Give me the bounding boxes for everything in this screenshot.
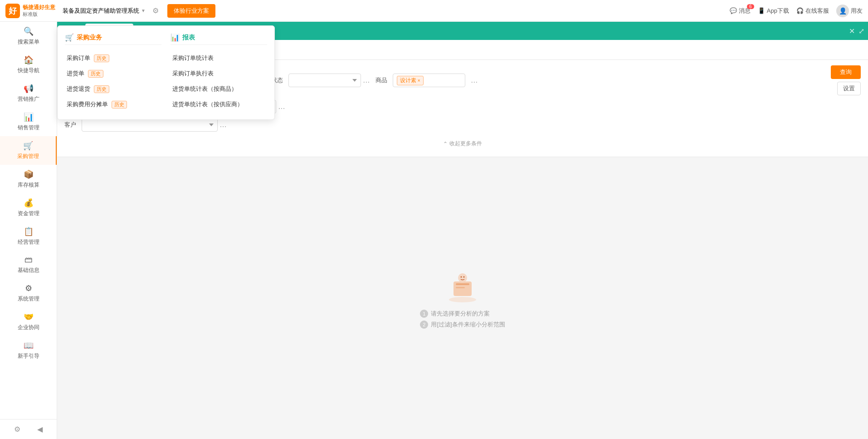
dropdown-goods-receipt-label: 进货单 xyxy=(67,69,84,78)
money-icon: 💰 xyxy=(24,198,34,208)
sidebar-item-basic-info[interactable]: 🗃 基础信息 xyxy=(0,251,57,279)
dropdown-purchase-order[interactable]: 采购订单 历史 xyxy=(65,50,161,66)
order-status-select-wrap: … xyxy=(288,74,370,87)
dropdown-report-1-label: 采购订单统计表 xyxy=(172,54,214,62)
sidebar-settings-button[interactable]: ⚙ xyxy=(14,425,20,434)
dropdown-report-3[interactable]: 进货单统计表（按商品） xyxy=(171,81,267,97)
box-icon: 📦 xyxy=(24,169,34,179)
dropdown-report-2[interactable]: 采购订单执行表 xyxy=(171,66,267,81)
gear-button[interactable]: ⚙ xyxy=(149,5,162,17)
cart-icon: 🛒 xyxy=(23,141,33,151)
purchase-col-label: 采购业务 xyxy=(77,34,102,42)
dropdown-report-4[interactable]: 进货单统计表（按供应商） xyxy=(171,97,267,112)
sidebar-item-search[interactable]: 🔍 搜索菜单 xyxy=(0,22,57,50)
sidebar-item-label-marketing: 营销推广 xyxy=(18,95,39,103)
sidebar-item-navigation[interactable]: 🏠 快捷导航 xyxy=(0,50,57,79)
sidebar-item-label-coop: 企业协同 xyxy=(18,324,39,331)
order-status-ellipsis[interactable]: … xyxy=(363,76,370,84)
sidebar-item-label-finance: 资金管理 xyxy=(18,210,39,217)
sidebar-item-inventory[interactable]: 📦 库存核算 xyxy=(0,165,57,193)
goods-tag-close[interactable]: × xyxy=(418,78,420,83)
customer-ellipsis[interactable]: … xyxy=(219,121,227,129)
collapse-button[interactable]: ⌃ 收起更多条件 xyxy=(443,140,482,148)
collapse-row[interactable]: ⌃ 收起更多条件 xyxy=(64,136,861,151)
dropdown-goods-receipt[interactable]: 进货单 历史 xyxy=(65,66,161,81)
dropdown-report-3-label: 进货单统计表（按商品） xyxy=(172,85,237,93)
app-container: 好 畅捷通好生意 标准版 装备及固定资产辅助管理系统 ▼ ⚙ 体验行业方案 💬 … xyxy=(0,0,868,439)
query-button[interactable]: 查询 xyxy=(831,65,861,79)
user-menu-button[interactable]: 👤 用友 xyxy=(836,5,863,17)
sidebar-item-purchase[interactable]: 🛒 采购管理 xyxy=(0,136,57,165)
experience-button[interactable]: 体验行业方案 xyxy=(167,4,215,18)
chart-icon: 📊 xyxy=(24,112,34,122)
dropdown-purchase-order-label: 采购订单 xyxy=(67,54,90,62)
top-bar: 好 畅捷通好生意 标准版 装备及固定资产辅助管理系统 ▼ ⚙ 体验行业方案 💬 … xyxy=(0,0,868,22)
database-icon: 🗃 xyxy=(24,255,33,265)
avatar: 👤 xyxy=(836,5,849,17)
setting-button[interactable]: 设置 xyxy=(837,82,861,95)
purchase-col: 🛒 采购业务 采购订单 历史 进货单 历史 进货退货 历史 采购费用分摊单 历史 xyxy=(65,33,161,112)
app-download-button[interactable]: 📱 App下载 xyxy=(758,7,789,15)
brand-name: 畅捷通好生意 xyxy=(23,4,55,11)
logo-text: 畅捷通好生意 标准版 xyxy=(23,4,55,18)
sidebar-bottom: ⚙ ◀ xyxy=(0,419,57,439)
report-col: 📊 报表 采购订单统计表 采购订单执行表 进货单统计表（按商品） 进货单统计表（… xyxy=(171,33,267,112)
sidebar-item-label-ops: 经营管理 xyxy=(18,238,39,246)
sidebar-item-label-inventory: 库存核算 xyxy=(18,181,39,189)
sidebar-item-label-nav: 快捷导航 xyxy=(18,67,39,74)
sidebar-item-cooperation[interactable]: 🤝 企业协同 xyxy=(0,307,57,336)
dropdown-goods-return-label: 进货退货 xyxy=(67,85,90,93)
salesperson-ellipsis[interactable]: … xyxy=(278,103,285,111)
history-badge-0: 历史 xyxy=(94,54,109,62)
book-icon: 📖 xyxy=(24,340,34,350)
sidebar-item-finance[interactable]: 💰 资金管理 xyxy=(0,193,57,222)
purchase-dropdown-menu: 🛒 采购业务 采购订单 历史 进货单 历史 进货退货 历史 采购费用分摊单 历史 xyxy=(57,25,275,120)
message-button[interactable]: 💬 消息 6 xyxy=(730,7,751,15)
logo-area: 好 畅捷通好生意 标准版 xyxy=(5,4,55,18)
tab-close-button[interactable]: ✕ xyxy=(849,27,855,35)
sidebar-item-label-purchase: 采购管理 xyxy=(17,153,39,160)
system-dropdown[interactable]: 装备及固定资产辅助管理系统 ▼ xyxy=(63,7,146,15)
headset-icon: 🎧 xyxy=(796,7,804,14)
report-col-title: 📊 报表 xyxy=(171,33,267,45)
tab-actions: ✕ ⤢ xyxy=(849,27,864,35)
sidebar-item-marketing[interactable]: 📢 营销推广 xyxy=(0,79,57,108)
svg-point-6 xyxy=(463,276,465,277)
dropdown-report-1[interactable]: 采购订单统计表 xyxy=(171,50,267,66)
app-download-label: App下载 xyxy=(767,7,789,15)
svg-rect-3 xyxy=(456,287,465,288)
report-col-icon: 📊 xyxy=(171,33,180,42)
dropdown-goods-return[interactable]: 进货退货 历史 xyxy=(65,81,161,97)
svg-rect-2 xyxy=(456,283,469,285)
collapse-label: 收起更多条件 xyxy=(449,140,482,148)
user-label: 用友 xyxy=(851,7,863,15)
sidebar-item-label-system: 系统管理 xyxy=(18,295,39,303)
purchase-col-title: 🛒 采购业务 xyxy=(65,33,161,45)
goods-label: 商品 xyxy=(375,76,387,84)
online-service-button[interactable]: 🎧 在线客服 xyxy=(796,7,829,15)
brand-edition: 标准版 xyxy=(23,11,55,17)
customer-select[interactable] xyxy=(82,118,218,132)
customer-label: 客户 xyxy=(64,121,76,129)
sidebar-item-system[interactable]: ⚙ 系统管理 xyxy=(0,279,57,307)
megaphone-icon: 📢 xyxy=(24,84,34,94)
sidebar-item-sales[interactable]: 📊 销售管理 xyxy=(0,108,57,136)
goods-tag-input[interactable]: 设计素 × xyxy=(393,74,465,87)
dropdown-purchase-expense[interactable]: 采购费用分摊单 历史 xyxy=(65,97,161,112)
sidebar-item-operations[interactable]: 📋 经营管理 xyxy=(0,222,57,251)
svg-point-5 xyxy=(461,276,462,277)
empty-tips: 1 请先选择要分析的方案 2 用[过滤]条件来缩小分析范围 xyxy=(420,310,505,329)
report-col-label: 报表 xyxy=(182,34,195,42)
search-icon: 🔍 xyxy=(24,26,34,36)
empty-tip-1: 1 请先选择要分析的方案 xyxy=(420,310,505,318)
sidebar-collapse-button[interactable]: ◀ xyxy=(37,425,43,434)
dropdown-report-2-label: 采购订单执行表 xyxy=(172,69,214,78)
sidebar-item-guide[interactable]: 📖 新手引导 xyxy=(0,336,57,365)
top-right-actions: 💬 消息 6 📱 App下载 🎧 在线客服 👤 用友 xyxy=(730,5,863,17)
handshake-icon: 🤝 xyxy=(24,312,34,322)
tab-expand-button[interactable]: ⤢ xyxy=(858,27,864,35)
order-status-select[interactable] xyxy=(288,74,361,87)
svg-point-4 xyxy=(458,273,467,282)
goods-ellipsis[interactable]: … xyxy=(471,76,478,84)
sidebar-item-label-basic: 基础信息 xyxy=(18,266,39,274)
